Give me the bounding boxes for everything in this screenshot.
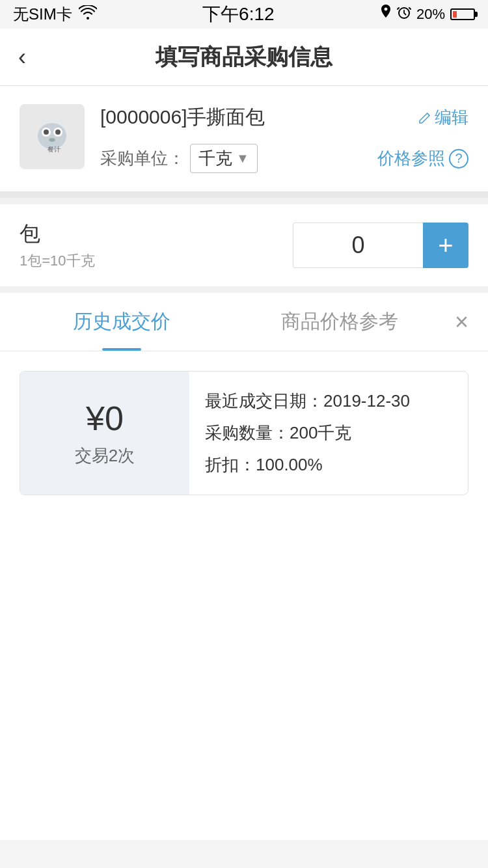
plus-icon: + [438, 231, 453, 260]
svg-text:餐计: 餐计 [47, 146, 61, 153]
price-value: 0 [105, 400, 124, 437]
product-header-row: [0000006]手撕面包 编辑 [100, 104, 468, 131]
battery-icon [450, 8, 475, 20]
status-bar: 无SIM卡 下午6:12 20% [0, 0, 488, 29]
price-detail-qty-row: 采购数量：200千克 [205, 422, 452, 444]
tabs-container: 历史成交价 商品价格参考 × ¥0 交易2次 最近成交日期：2019-12-30… [0, 286, 488, 515]
product-thumbnail: 餐计 [20, 104, 85, 169]
price-currency: ¥ [86, 400, 105, 437]
tab-history-price[interactable]: 历史成交价 [13, 293, 230, 351]
unit-select[interactable]: 千克 ▼ [190, 144, 258, 173]
tab-product-price-ref-label: 商品价格参考 [281, 308, 398, 335]
unit-dropdown-arrow: ▼ [236, 151, 249, 166]
unit-row: 采购单位： 千克 ▼ 价格参照 ? [100, 144, 468, 173]
svg-point-6 [49, 138, 55, 142]
recent-date-value: 2019-12-30 [323, 391, 410, 411]
svg-point-4 [44, 129, 49, 135]
product-card: 餐计 [0000006]手撕面包 编辑 采购单位： 千克 ▼ [0, 86, 488, 191]
alarm-icon [397, 5, 411, 23]
purchase-qty-label: 采购数量： [205, 423, 290, 442]
status-right: 20% [380, 5, 475, 24]
back-button[interactable]: ‹ [18, 44, 26, 71]
section-divider-1 [0, 191, 488, 198]
price-card-right: 最近成交日期：2019-12-30 采购数量：200千克 折扣：100.00% [189, 372, 468, 495]
tab-content-history-price: ¥0 交易2次 最近成交日期：2019-12-30 采购数量：200千克 折扣：… [0, 351, 488, 515]
status-left: 无SIM卡 [13, 4, 97, 25]
unit-label: 采购单位： [100, 147, 185, 170]
price-card-left: ¥0 交易2次 [20, 372, 189, 495]
product-thumb-icon: 餐计 [29, 111, 75, 163]
discount-value: 100.00% [256, 455, 323, 474]
page-title: 填写商品采购信息 [156, 42, 332, 72]
location-icon [380, 5, 392, 24]
price-trade-count: 交易2次 [75, 444, 135, 467]
quantity-conversion-text: 1包=10千克 [20, 251, 95, 271]
product-name: [0000006]手撕面包 [100, 104, 265, 131]
price-card: ¥0 交易2次 最近成交日期：2019-12-30 采购数量：200千克 折扣：… [20, 371, 468, 495]
price-amount: ¥0 [86, 399, 124, 438]
nav-bar: ‹ 填写商品采购信息 [0, 29, 488, 86]
edit-label: 编辑 [435, 106, 468, 129]
wifi-icon [79, 5, 97, 23]
quantity-plus-button[interactable]: + [423, 223, 468, 268]
tab-history-price-label: 历史成交价 [73, 308, 170, 335]
unit-value: 千克 [198, 147, 232, 170]
discount-label: 折扣： [205, 455, 256, 474]
quantity-unit-text: 包 [20, 220, 95, 249]
price-detail-date-row: 最近成交日期：2019-12-30 [205, 390, 452, 413]
svg-point-5 [55, 129, 61, 135]
tabs-header: 历史成交价 商品价格参考 × [0, 293, 488, 351]
battery-percentage: 20% [416, 6, 445, 23]
bottom-area [0, 515, 488, 840]
quantity-label-wrap: 包 1包=10千克 [20, 220, 95, 271]
status-time: 下午6:12 [202, 2, 275, 27]
edit-button[interactable]: 编辑 [418, 106, 468, 129]
quantity-input[interactable] [293, 223, 423, 268]
price-detail-discount-row: 折扣：100.00% [205, 454, 452, 476]
purchase-qty-value: 200千克 [290, 423, 351, 442]
price-ref-help-icon: ? [449, 149, 468, 169]
product-info: [0000006]手撕面包 编辑 采购单位： 千克 ▼ 价格参照 ? [100, 104, 468, 173]
quantity-section: 包 1包=10千克 + [0, 198, 488, 286]
svg-point-1 [38, 123, 66, 149]
price-ref-label: 价格参照 [377, 147, 445, 170]
recent-date-label: 最近成交日期： [205, 391, 323, 411]
quantity-input-wrap: + [293, 223, 468, 268]
tab-close-button[interactable]: × [448, 308, 475, 336]
carrier-text: 无SIM卡 [13, 4, 72, 25]
tab-product-price-ref[interactable]: 商品价格参考 [230, 293, 448, 351]
price-ref-button[interactable]: 价格参照 ? [377, 147, 468, 170]
